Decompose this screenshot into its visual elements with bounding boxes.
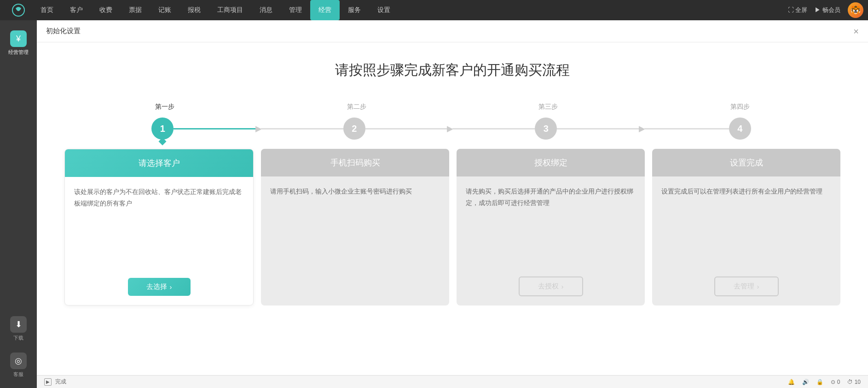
app-logo (5, 0, 32, 20)
right-tools: ⛶ 全屏 ▶ 畅会员 🐯 (788, 2, 863, 18)
status-bar: ▶ 完成 🔔 🔊 🔒 ⊙ 0 ⏱ 10 (37, 375, 868, 388)
step-1-wrapper: 第一步 1 ▶ (69, 103, 261, 140)
avatar[interactable]: 🐯 (848, 2, 863, 18)
card-4-footer: 去管理 › (652, 269, 840, 306)
step-card-3: 授权绑定 请先购买，购买后选择开通的产品中的企业用户进行授权绑定，成功后即可进行… (457, 149, 645, 306)
step-card-2: 手机扫码购买 请用手机扫码，输入小微企业主账号密码进行购买 (261, 149, 449, 306)
card-2-footer (261, 289, 449, 306)
cards-row: 请选择客户 该处展示的客户为不在回收站、客户状态正常建账后完成老板端绑定的所有客… (64, 149, 840, 306)
sidebar-item-operation[interactable]: ¥ 经营管理 (0, 25, 37, 61)
step-4-wrapper: 第四步 4 (644, 103, 836, 140)
status-bar-right: 🔔 🔊 🔒 ⊙ 0 ⏱ 10 (788, 379, 861, 385)
chevron-right-icon: › (170, 283, 172, 291)
chevron-right-icon-4: › (757, 282, 759, 290)
card-1-footer: 去选择 › (65, 270, 253, 305)
vip-icon[interactable]: ▶ 畅会员 (815, 6, 840, 14)
step-2-wrapper: 第二步 2 ▶ (261, 103, 453, 140)
support-icon: ◎ (10, 353, 27, 369)
content-area: 初始化设置 × 请按照步骤完成新客户的开通购买流程 第一步 1 (37, 20, 868, 388)
status-bar-left: ▶ 完成 (44, 378, 66, 386)
nav-home[interactable]: 首页 (32, 0, 62, 20)
sidebar-support-label: 客服 (13, 371, 23, 378)
page-header: 初始化设置 × (37, 20, 868, 42)
nav-tax[interactable]: 报税 (179, 0, 209, 20)
top-navigation: 首页 客户 收费 票据 记账 报税 工商项目 消息 管理 经营 服务 设置 ⛶ … (0, 0, 868, 20)
download-icon: ⬇ (10, 316, 27, 333)
sidebar-item-support[interactable]: ◎ 客服 (0, 347, 37, 383)
step-card-4: 设置完成 设置完成后可以在管理列表进行所有企业用户的经营管理 去管理 › (652, 149, 840, 306)
sidebar-item-download[interactable]: ⬇ 下载 (0, 311, 37, 347)
chevron-right-icon-3: › (561, 282, 564, 290)
card-3-header: 授权绑定 (457, 149, 645, 176)
play-button[interactable]: ▶ (44, 378, 52, 386)
step-2-line-left (261, 128, 343, 129)
step-2-line-right (365, 128, 448, 129)
step-1-label: 第一步 (155, 103, 174, 111)
main-layout: ¥ 经营管理 ⬇ 下载 ◎ 客服 初始化设置 × 请按照步骤完成新客户的开通购买… (0, 20, 868, 388)
card-4-body: 设置完成后可以在管理列表进行所有企业用户的经营管理 (652, 176, 840, 269)
step-3-wrapper: 第三步 3 ▶ (452, 103, 644, 140)
step-4-label: 第四步 (730, 103, 750, 111)
card-1-header: 请选择客户 (65, 149, 253, 177)
nav-customer[interactable]: 客户 (62, 0, 91, 20)
step-3-label: 第三步 (538, 103, 558, 111)
main-title: 请按照步骤完成新客户的开通购买流程 (64, 61, 840, 80)
volume-icon[interactable]: 🔊 (802, 379, 809, 385)
fullscreen-icon[interactable]: ⛶ 全屏 (788, 6, 808, 14)
step-1-line (174, 128, 256, 129)
card-1-body: 该处展示的客户为不在回收站、客户状态正常建账后完成老板端绑定的所有客户 (65, 177, 253, 270)
nav-operation[interactable]: 经营 (310, 0, 340, 20)
nav-message[interactable]: 消息 (251, 0, 281, 20)
nav-business[interactable]: 工商项目 (209, 0, 251, 20)
step-2-label: 第二步 (347, 103, 366, 111)
nav-service[interactable]: 服务 (340, 0, 369, 20)
main-content: 请按照步骤完成新客户的开通购买流程 第一步 1 ▶ (37, 42, 868, 375)
step-1-circle: 1 (151, 118, 174, 140)
nav-fee[interactable]: 收费 (91, 0, 121, 20)
nav-ticket[interactable]: 票据 (121, 0, 150, 20)
step-4-circle: 4 (729, 118, 751, 140)
page-title: 初始化设置 (46, 27, 81, 35)
sidebar-item-label: 经营管理 (8, 49, 29, 56)
card-3-footer: 去授权 › (457, 269, 645, 306)
close-button[interactable]: × (853, 27, 859, 36)
step-3-line-right (557, 128, 639, 129)
card-2-body: 请用手机扫码，输入小微企业主账号密码进行购买 (261, 176, 449, 289)
count-display: ⊙ 0 (831, 379, 840, 385)
lock-icon[interactable]: 🔒 (816, 379, 823, 385)
operation-icon: ¥ (10, 30, 27, 47)
card-4-header: 设置完成 (652, 149, 840, 176)
step-card-1: 请选择客户 该处展示的客户为不在回收站、客户状态正常建账后完成老板端绑定的所有客… (64, 149, 254, 306)
step-2-circle: 2 (343, 118, 365, 140)
step-3-line-left (452, 128, 535, 129)
status-text: 完成 (55, 378, 66, 386)
timer-display: ⏱ 10 (847, 379, 861, 385)
nav-items: 首页 客户 收费 票据 记账 报税 工商项目 消息 管理 经营 服务 设置 (32, 0, 788, 20)
card-3-body: 请先购买，购买后选择开通的产品中的企业用户进行授权绑定，成功后即可进行经营管理 (457, 176, 645, 269)
go-select-button[interactable]: 去选择 › (128, 278, 191, 296)
step-4-line-left (644, 128, 729, 129)
go-authorize-button[interactable]: 去授权 › (519, 276, 583, 296)
go-manage-button[interactable]: 去管理 › (714, 276, 779, 296)
card-2-header: 手机扫码购买 (261, 149, 449, 176)
sidebar: ¥ 经营管理 ⬇ 下载 ◎ 客服 (0, 20, 37, 388)
notification-icon[interactable]: 🔔 (788, 379, 795, 385)
nav-settings[interactable]: 设置 (369, 0, 399, 20)
nav-manage[interactable]: 管理 (281, 0, 310, 20)
step-3-circle: 3 (535, 118, 557, 140)
nav-accounting[interactable]: 记账 (150, 0, 179, 20)
sidebar-download-label: 下载 (13, 335, 23, 341)
